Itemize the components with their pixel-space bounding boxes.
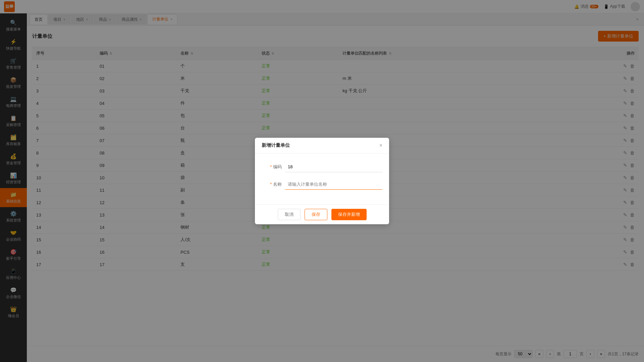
name-required-mark: * <box>270 182 272 187</box>
name-form-row: * 名称 <box>262 179 382 190</box>
name-label: * 名称 <box>262 181 282 187</box>
modal-footer: 取消 保存 保存并新增 <box>255 204 389 224</box>
name-input[interactable] <box>285 179 382 190</box>
code-required-mark: * <box>270 164 272 169</box>
modal-overlay[interactable]: 新增计量单位 × * 编码 * 名称 取消 保存 保存并新增 <box>0 0 644 362</box>
modal-body: * 编码 * 名称 <box>255 154 389 204</box>
save-and-new-button[interactable]: 保存并新增 <box>331 209 367 220</box>
modal-close-btn[interactable]: × <box>379 142 382 148</box>
add-unit-modal: 新增计量单位 × * 编码 * 名称 取消 保存 保存并新增 <box>255 138 389 224</box>
cancel-button[interactable]: 取消 <box>278 209 301 220</box>
modal-title: 新增计量单位 <box>262 142 290 148</box>
code-form-row: * 编码 <box>262 162 382 172</box>
code-label: * 编码 <box>262 164 282 170</box>
code-input[interactable] <box>285 162 382 172</box>
modal-header: 新增计量单位 × <box>255 138 389 154</box>
save-button[interactable]: 保存 <box>305 209 327 220</box>
